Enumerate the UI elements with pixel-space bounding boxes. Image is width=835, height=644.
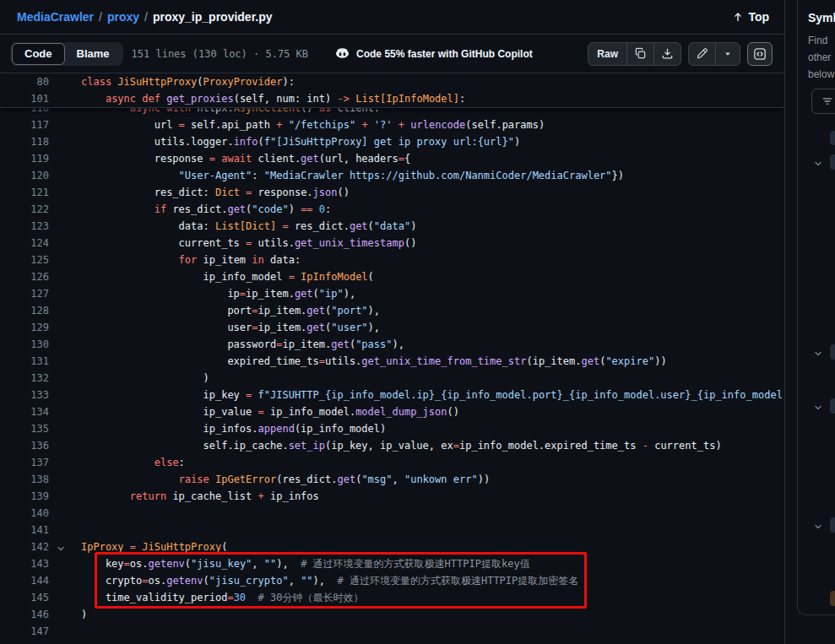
- raw-copy-download-group: Raw: [588, 42, 681, 66]
- code-line: 119 response = await client.get(url, hea…: [0, 150, 784, 167]
- filter-symbols-button[interactable]: [811, 89, 835, 114]
- scroll-to-top-label: Top: [748, 10, 769, 24]
- code-line: 131 expired_time_ts=utils.get_unix_time_…: [0, 353, 784, 370]
- edit-options-dropdown[interactable]: [715, 43, 740, 65]
- tab-blame[interactable]: Blame: [65, 44, 122, 64]
- line-number[interactable]: 133: [0, 387, 49, 403]
- symbols-panel-description: Findotherbelow: [808, 32, 835, 83]
- code-text: data: List[Dict] = res_dict.get("data"): [81, 218, 784, 235]
- gutter: [49, 572, 81, 589]
- line-number[interactable]: 124: [0, 235, 49, 252]
- line-number[interactable]: 120: [0, 167, 49, 184]
- line-number[interactable]: 123: [0, 218, 49, 235]
- line-number[interactable]: 140: [0, 505, 49, 522]
- line-number[interactable]: 135: [0, 420, 49, 437]
- code-line: 116 async with httpx.AsyncClient() as cl…: [0, 108, 784, 116]
- line-number[interactable]: 141: [0, 522, 49, 538]
- line-number[interactable]: 143: [0, 555, 49, 572]
- download-raw-button[interactable]: [653, 43, 680, 65]
- code-text: key=os.getenv("jisu_key", ""), # 通过环境变量的…: [81, 555, 784, 572]
- symbol-expand-chevron-icon[interactable]: [813, 347, 823, 362]
- code-line: 136 self.ip_cache.set_ip(ip_key, ip_valu…: [0, 437, 784, 454]
- line-number[interactable]: 121: [0, 184, 49, 201]
- gutter: [49, 589, 81, 606]
- code-text: ): [81, 606, 784, 623]
- line-number[interactable]: 137: [0, 454, 49, 471]
- arrow-up-icon: [732, 11, 744, 23]
- code-blame-switcher: Code Blame: [10, 42, 123, 66]
- copilot-banner: Code 55% faster with GitHub Copilot: [335, 46, 533, 61]
- line-number[interactable]: 117: [0, 116, 49, 133]
- line-number[interactable]: 139: [0, 488, 49, 505]
- gutter: [49, 370, 81, 387]
- symbol-expand-chevron-icon[interactable]: [813, 520, 823, 535]
- code-line: 127 ip=ip_item.get("ip"),: [0, 285, 784, 302]
- line-number[interactable]: 146: [0, 606, 49, 623]
- line-number[interactable]: 136: [0, 437, 49, 454]
- line-number[interactable]: 126: [0, 268, 49, 285]
- symbols-description-line: Find: [808, 32, 835, 49]
- line-number[interactable]: 118: [0, 133, 49, 150]
- line-number[interactable]: 145: [0, 589, 49, 606]
- gutter: [49, 167, 81, 184]
- raw-button[interactable]: Raw: [588, 43, 626, 65]
- gutter: [49, 150, 81, 167]
- code-text: [81, 623, 784, 640]
- symbol-expand-chevron-icon[interactable]: [813, 157, 823, 172]
- breadcrumb-folder-link[interactable]: proxy: [107, 10, 139, 24]
- line-number[interactable]: 134: [0, 403, 49, 420]
- line-number[interactable]: 116: [0, 108, 49, 116]
- code-text: self.ip_cache.set_ip(ip_key, ip_value, e…: [81, 437, 784, 454]
- symbol-kind-badge[interactable]: [830, 131, 835, 145]
- symbol-kind-badge[interactable]: [830, 344, 835, 360]
- gutter: [49, 555, 81, 572]
- symbols-description-line: other: [808, 49, 835, 66]
- code-line: 139 return ip_cache_list + ip_infos: [0, 488, 784, 505]
- symbol-kind-badge[interactable]: [830, 591, 835, 606]
- code-text: ip_value = ip_info_model.model_dump_json…: [81, 403, 784, 420]
- gutter: [49, 336, 81, 353]
- code-text: else:: [81, 454, 784, 471]
- line-number[interactable]: 101: [0, 90, 49, 107]
- code-text: IpProxy = JiSuHttpProxy(: [81, 538, 784, 555]
- line-number[interactable]: 138: [0, 471, 49, 488]
- code-text: expired_time_ts=utils.get_unix_time_from…: [81, 353, 784, 370]
- code-text: return ip_cache_list + ip_infos: [81, 488, 784, 505]
- line-number[interactable]: 132: [0, 370, 49, 387]
- code-line: 140: [0, 505, 784, 522]
- sticky-scope-lines[interactable]: 80class JiSuHttpProxy(ProxyProvider):101…: [0, 73, 784, 108]
- line-number[interactable]: 130: [0, 336, 49, 353]
- breadcrumb: MediaCrawler / proxy / proxy_ip_provider…: [17, 10, 273, 24]
- line-number[interactable]: 127: [0, 285, 49, 302]
- code-line: 135 ip_infos.append(ip_info_model): [0, 420, 784, 437]
- breadcrumb-filename: proxy_ip_provider.py: [153, 10, 273, 24]
- line-number[interactable]: 125: [0, 252, 49, 268]
- line-number[interactable]: 142: [0, 538, 49, 555]
- tab-code[interactable]: Code: [12, 43, 65, 65]
- line-number[interactable]: 147: [0, 623, 49, 640]
- gutter: [49, 218, 81, 235]
- line-number[interactable]: 122: [0, 201, 49, 218]
- line-number[interactable]: 128: [0, 302, 49, 319]
- symbol-kind-badge[interactable]: [830, 398, 835, 414]
- symbol-kind-badge[interactable]: [830, 517, 835, 533]
- file-meta-info: 151 lines (130 loc) · 5.75 KB: [132, 48, 309, 60]
- code-line: 117 url = self.api_path + "/fetchips" + …: [0, 116, 784, 133]
- line-number[interactable]: 131: [0, 353, 49, 370]
- code-text: response = await client.get(url, headers…: [81, 150, 784, 167]
- line-number[interactable]: 119: [0, 150, 49, 167]
- line-number[interactable]: 129: [0, 319, 49, 336]
- code-line: 141: [0, 522, 784, 538]
- symbol-expand-chevron-icon[interactable]: [813, 401, 823, 416]
- gutter: [49, 505, 81, 522]
- symbols-panel-toggle[interactable]: [747, 42, 773, 66]
- breadcrumb-repo-link[interactable]: MediaCrawler: [17, 10, 94, 24]
- edit-file-button[interactable]: [689, 43, 715, 65]
- symbol-kind-badge[interactable]: [830, 154, 835, 170]
- gutter: [49, 90, 81, 107]
- copy-raw-button[interactable]: [626, 43, 653, 65]
- line-number[interactable]: 144: [0, 572, 49, 589]
- gutter: [49, 488, 81, 505]
- line-number[interactable]: 80: [0, 73, 49, 90]
- scroll-to-top-button[interactable]: Top: [732, 10, 769, 24]
